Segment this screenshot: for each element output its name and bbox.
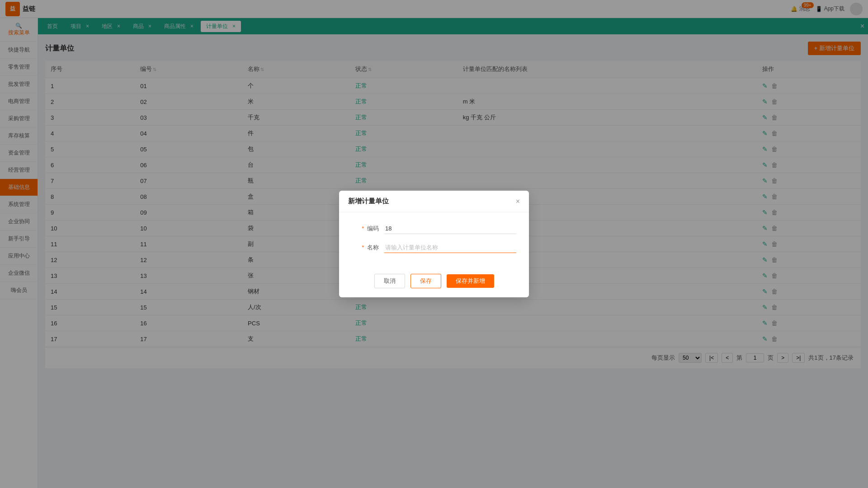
- form-row-name: * 名称: [352, 242, 516, 253]
- save-and-new-button[interactable]: 保存并新增: [447, 274, 494, 288]
- modal-footer: 取消 保存 保存并新增: [339, 268, 529, 297]
- modal-title: 新增计量单位: [348, 197, 389, 206]
- name-label: * 名称: [352, 244, 379, 252]
- modal-header: 新增计量单位 ×: [339, 191, 529, 212]
- form-row-code: * 编码: [352, 223, 516, 234]
- code-input[interactable]: [384, 223, 516, 234]
- modal-body: * 编码 * 名称: [339, 212, 529, 268]
- cancel-button[interactable]: 取消: [374, 274, 405, 288]
- code-label: * 编码: [352, 225, 379, 233]
- required-star: *: [362, 225, 364, 232]
- required-star-name: *: [362, 244, 364, 251]
- name-input[interactable]: [384, 242, 516, 253]
- modal-overlay[interactable]: 新增计量单位 × * 编码 * 名称 取消 保存 保存并新增: [0, 0, 868, 488]
- add-measure-unit-modal: 新增计量单位 × * 编码 * 名称 取消 保存 保存并新增: [339, 191, 529, 297]
- save-button[interactable]: 保存: [410, 274, 441, 288]
- modal-close-btn[interactable]: ×: [516, 197, 520, 206]
